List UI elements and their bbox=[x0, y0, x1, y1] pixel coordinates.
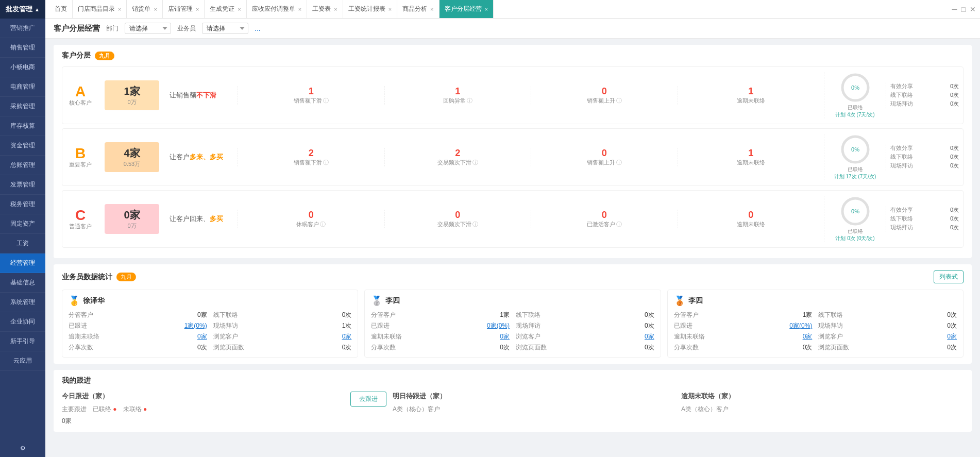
staff-name-text-2: 李四 bbox=[688, 296, 703, 306]
tab-8[interactable]: 商品分析× bbox=[397, 0, 439, 19]
tomorrow-a-label: A类（核心）客户 bbox=[393, 405, 675, 414]
today-linked: 已联络 ● bbox=[93, 405, 117, 414]
today-unlinked: 未联络 ● bbox=[123, 405, 147, 414]
tab-3[interactable]: 店铺管理× bbox=[163, 0, 205, 19]
sidebar-item-6[interactable]: 资金管理 bbox=[0, 136, 45, 156]
tab-7[interactable]: 工资统计报表× bbox=[343, 0, 397, 19]
staff-section-title: 业务员数据统计 bbox=[62, 273, 112, 282]
tier-stat-A-0: 1 销售额下滑ⓘ bbox=[238, 86, 384, 105]
sidebar-item-13[interactable]: 基础信息 bbox=[0, 273, 45, 293]
sidebar-item-9[interactable]: 税务管理 bbox=[0, 195, 45, 214]
staff-name-text-0: 徐泽华 bbox=[83, 296, 105, 306]
tab-6[interactable]: 工资表× bbox=[307, 0, 343, 19]
tier-stat-A-3: 1 逾期未联络 bbox=[678, 86, 824, 105]
overdue-title: 逾期未联络（家） bbox=[681, 392, 964, 401]
tomorrow-title: 明日待跟进（家） bbox=[393, 392, 675, 401]
staff-stat-left-1-2: 逾期未联络 0家 bbox=[371, 332, 510, 341]
sidebar-item-10[interactable]: 固定资产 bbox=[0, 214, 45, 234]
tier-stat-B-3: 1 逾期未联络 bbox=[678, 148, 824, 166]
go-followup-btn-wrapper: 去跟进 bbox=[350, 392, 386, 407]
more-button[interactable]: ... bbox=[255, 24, 261, 32]
tab-close-3[interactable]: × bbox=[196, 6, 199, 12]
tier-stat-B-0: 2 销售额下滑ⓘ bbox=[238, 148, 384, 166]
staff-stat-left-0-1: 已跟进 1家(0%) bbox=[69, 321, 207, 330]
staff-medal-1: 🥈 bbox=[371, 295, 382, 307]
staff-stat-right-2-3: 浏览页面数 0次 bbox=[818, 343, 957, 352]
tab-9[interactable]: 客户分层经营× bbox=[440, 0, 494, 19]
list-view-button[interactable]: 列表式 bbox=[934, 270, 964, 283]
tab-close-8[interactable]: × bbox=[430, 6, 433, 12]
staff-stat-right-0-0: 线下联络 0次 bbox=[213, 311, 352, 319]
sidebar-item-7[interactable]: 总账管理 bbox=[0, 156, 45, 175]
tier-action-C: 让客户回来、多买 bbox=[165, 214, 238, 224]
sidebar-item-15[interactable]: 企业协同 bbox=[0, 312, 45, 332]
sidebar-item-2[interactable]: 小畅电商 bbox=[0, 58, 45, 77]
overdue-a-label: A类（核心）客户 bbox=[681, 405, 964, 414]
tab-0[interactable]: 首页 bbox=[49, 0, 73, 19]
sidebar-item-8[interactable]: 发票管理 bbox=[0, 175, 45, 195]
customer-month-badge: 九月 bbox=[95, 52, 114, 60]
tier-count-C: 0家 0万 bbox=[98, 204, 165, 234]
sidebar-logo: 批发管理 ▲ bbox=[0, 0, 45, 19]
tab-5[interactable]: 应收应付调整单× bbox=[247, 0, 307, 19]
close-icon[interactable]: ✕ bbox=[970, 5, 976, 13]
tab-close-4[interactable]: × bbox=[238, 6, 241, 12]
tab-close-9[interactable]: × bbox=[485, 6, 488, 12]
tier-stat-A-1: 1 回购异常ⓘ bbox=[384, 86, 531, 105]
tab-close-6[interactable]: × bbox=[334, 6, 337, 12]
sidebar-item-11[interactable]: 工资 bbox=[0, 234, 45, 253]
staff-section: 业务员数据统计 九月 列表式 🥇 徐泽华 分管客户 0家 线下联络 0次 已跟进… bbox=[54, 264, 972, 364]
sidebar: 批发管理 ▲ 营销推广销售管理小畅电商电商管理采购管理库存核算资金管理总账管理发… bbox=[0, 0, 45, 457]
tier-row-C: C普通客户 0家 0万 让客户回来、多买0 休眠客户ⓘ0 交易频次下滑ⓘ0 已激… bbox=[62, 190, 964, 248]
staff-stat-right-2-1: 现场拜访 0次 bbox=[818, 321, 957, 330]
tier-label-A: A核心客户 bbox=[62, 84, 98, 107]
tab-close-5[interactable]: × bbox=[298, 6, 301, 12]
staff-stat-left-1-1: 已跟进 0家(0%) bbox=[371, 321, 510, 330]
staff-name-1: 🥈 李四 bbox=[371, 295, 654, 307]
tab-2[interactable]: 销货单× bbox=[127, 0, 162, 19]
tier-stat-A-2: 0 销售额上升ⓘ bbox=[531, 86, 678, 105]
tab-4[interactable]: 生成凭证× bbox=[205, 0, 246, 19]
tier-circle-B: 0% 已联络 计划 17次 (7天/次) bbox=[824, 134, 886, 180]
tier-label-B: B重要客户 bbox=[62, 146, 98, 168]
sidebar-item-17[interactable]: 云应用 bbox=[0, 351, 45, 371]
staff-stat-left-2-2: 逾期未联络 0家 bbox=[674, 332, 813, 341]
staff-stat-left-0-2: 逾期未联络 0家 bbox=[69, 332, 207, 341]
today-followup: 今日跟进（家） 主要跟进 已联络 ● 未联络 ● 0家 bbox=[62, 392, 344, 426]
go-followup-button[interactable]: 去跟进 bbox=[350, 392, 386, 407]
tier-right-stats-B: 有效分享0次线下联络0次现场拜访0次 bbox=[886, 144, 963, 171]
tab-1[interactable]: 门店商品目录× bbox=[73, 0, 127, 19]
sidebar-item-5[interactable]: 库存核算 bbox=[0, 116, 45, 136]
staff-label: 业务员 bbox=[177, 24, 196, 33]
staff-stat-right-2-0: 线下联络 0次 bbox=[818, 311, 957, 319]
staff-card-1: 🥈 李四 分管客户 1家 线下联络 0次 已跟进 0家(0%) 现场拜访 0次 … bbox=[364, 290, 661, 358]
dept-select[interactable]: 请选择 bbox=[125, 23, 171, 34]
sidebar-item-1[interactable]: 销售管理 bbox=[0, 38, 45, 58]
tier-row-B: B重要客户 4家 0.53万 让客户多来、多买2 销售额下滑ⓘ2 交易频次下滑ⓘ… bbox=[62, 128, 964, 186]
tier-stats-B: 2 销售额下滑ⓘ2 交易频次下滑ⓘ0 销售额上升ⓘ1 逾期未联络 bbox=[238, 148, 824, 166]
tier-stats-C: 0 休眠客户ⓘ0 交易频次下滑ⓘ0 已激活客户ⓘ0 逾期未联络 bbox=[238, 210, 824, 228]
settings-button[interactable]: ⚙ bbox=[0, 439, 45, 457]
tab-close-1[interactable]: × bbox=[118, 6, 121, 12]
staff-stat-right-2-2: 浏览客户 0家 bbox=[818, 332, 957, 341]
sidebar-item-3[interactable]: 电商管理 bbox=[0, 77, 45, 97]
staff-stat-left-0-0: 分管客户 0家 bbox=[69, 311, 207, 319]
staff-name-0: 🥇 徐泽华 bbox=[69, 295, 351, 307]
sidebar-item-16[interactable]: 新手引导 bbox=[0, 332, 45, 351]
tier-right-stats-A: 有效分享0次线下联络0次现场拜访0次 bbox=[886, 82, 963, 109]
tier-stat-C-0: 0 休眠客户ⓘ bbox=[238, 210, 384, 228]
maximize-icon[interactable]: □ bbox=[961, 5, 966, 13]
tab-close-2[interactable]: × bbox=[154, 6, 157, 12]
sidebar-item-14[interactable]: 系统管理 bbox=[0, 293, 45, 312]
followup-title: 我的跟进 bbox=[62, 376, 964, 385]
dept-label: 部门 bbox=[106, 24, 119, 33]
tab-close-7[interactable]: × bbox=[388, 6, 392, 12]
minimize-icon[interactable]: ─ bbox=[952, 5, 957, 13]
staff-select[interactable]: 请选择 bbox=[202, 23, 248, 34]
tier-stat-C-2: 0 已激活客户ⓘ bbox=[531, 210, 678, 228]
window-controls: ─ □ ✕ bbox=[952, 5, 976, 13]
sidebar-item-4[interactable]: 采购管理 bbox=[0, 97, 45, 116]
sidebar-item-12[interactable]: 经营管理 bbox=[0, 253, 45, 273]
sidebar-item-0[interactable]: 营销推广 bbox=[0, 19, 45, 38]
tier-stat-B-2: 0 销售额上升ⓘ bbox=[531, 148, 678, 166]
